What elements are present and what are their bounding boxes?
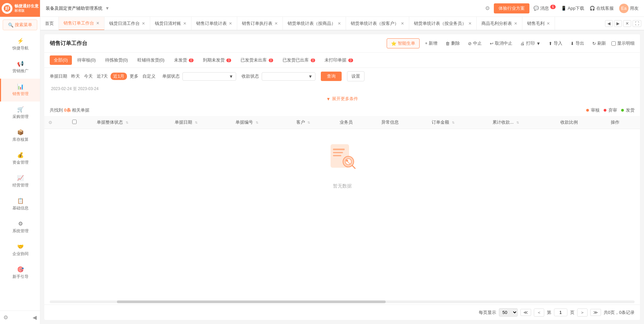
per-page-select[interactable]: 50 20 100 [499,308,518,317]
sidebar-item-finance[interactable]: 💰 资金管理 [0,147,40,170]
query-btn[interactable]: 查询 [321,72,342,81]
filter-status-select[interactable]: ▼ [182,72,236,81]
sort-collected-icon[interactable]: ⇅ [516,121,519,124]
tab-cash-reconcile[interactable]: 钱货日清对账 ✕ [150,17,191,30]
sub-tab-all[interactable]: 全部(0) [50,55,72,65]
message-btn[interactable]: 💬 消息 6 [533,5,556,11]
filter-date-yesterday[interactable]: 昨天 [70,73,81,80]
tab-sales-order-stats[interactable]: 销售订单统计表 ✕ [191,17,237,30]
sub-tab-shipped-out[interactable]: 已发货已出库 0 [278,55,319,65]
select-all-checkbox[interactable] [72,120,77,124]
tab-sales-profit[interactable]: 销售毛利 ✕ [522,17,555,30]
tab-close-cash-daily[interactable]: ✕ [142,21,145,26]
tab-sales-stats-product[interactable]: 销货单统计表（按商品） ✕ [283,17,346,30]
tab-close-sales-profit[interactable]: ✕ [547,21,550,26]
filter-date-7days[interactable]: 近7天 [95,73,109,80]
smart-create-btn[interactable]: ⭐ 智能生单 [387,38,420,48]
settings-btn[interactable]: 设置 [347,71,364,81]
sidebar-item-operation[interactable]: 📈 经营管理 [0,170,40,193]
user-area[interactable]: Ea 用友 [619,4,639,13]
settings-bottom-icon[interactable]: ⚙ [3,314,8,321]
sub-tab-overdue-not-shipped[interactable]: 到期未发货 0 [199,55,235,65]
system-dropdown-icon[interactable]: ▼ [105,6,110,11]
column-settings-icon[interactable]: ⚙ [48,120,52,125]
sub-tab-not-printed[interactable]: 未打印单据 0 [320,55,357,65]
tabs-next-btn[interactable]: ▶ [614,20,622,27]
tab-home[interactable]: 首页 [40,17,59,30]
filter-payment-select[interactable]: ▼ [262,72,315,81]
show-details-checkbox[interactable] [611,41,616,46]
sort-status-icon[interactable]: ⇅ [126,121,128,124]
page-last-btn[interactable]: ≫ [590,309,601,316]
tabs-close-btn[interactable]: ✕ [623,20,631,27]
sort-date-icon[interactable]: ⇅ [195,121,198,124]
filter-date-custom[interactable]: 自定义 [141,73,157,80]
sidebar-item-purchase[interactable]: 🛒 采购管理 [0,102,40,124]
sub-tab-wangpu[interactable]: 旺铺待发货(0) [133,55,169,65]
sidebar-item-marketing[interactable]: 📢 营销推广 [0,56,40,79]
sidebar-item-quick[interactable]: ⚡ 快捷导航 [0,33,40,56]
add-btn[interactable]: + 新增 [422,39,440,48]
print-btn[interactable]: 🖨 打印 ▼ [518,39,543,48]
tab-cash-daily[interactable]: 钱货日清工作台 ✕ [104,17,150,30]
sub-tab-pending-inspect[interactable]: 待拣验货(0) [101,55,132,65]
batch-cancel-btn[interactable]: 弃审 [604,107,617,113]
sort-number-icon[interactable]: ⇅ [256,121,258,124]
online-service-btn[interactable]: 🎧 在线客服 [590,5,614,11]
show-details-checkbox-label[interactable]: 显示明细 [611,40,635,46]
tab-goods-margin[interactable]: 商品毛利分析表 ✕ [477,17,522,30]
filter-expand-btn[interactable]: ▼ 展开更多条件 [326,96,358,102]
tab-close-sales-exec[interactable]: ✕ [274,21,278,26]
tab-close-cash-reconcile[interactable]: ✕ [183,21,186,26]
tab-sales-order-exec[interactable]: 销售订单执行表 ✕ [237,17,283,30]
sort-customer-icon[interactable]: ⇅ [307,121,310,124]
sidebar-item-sales[interactable]: 📊 销售管理 [0,79,40,102]
scroll-thumb[interactable] [117,300,386,303]
batch-deliver-btn[interactable]: 发货 [621,107,635,113]
sub-tab-pending-review[interactable]: 待审核(0) [73,55,100,65]
tab-close-goods-margin[interactable]: ✕ [514,21,517,26]
sidebar-item-basic[interactable]: 📋 基础信息 [0,193,40,216]
collapse-sidebar-icon[interactable]: ◀ [33,314,37,321]
app-download-btn[interactable]: 📱 App下载 [561,5,584,11]
shipped-not-out-badge: 0 [269,58,273,62]
tab-sales-stats-customer[interactable]: 销货单统计表（按客户） ✕ [346,17,409,30]
suspend-btn[interactable]: ⊘ 中止 [465,39,484,48]
batch-review-btn[interactable]: 审核 [586,107,600,113]
sub-tab-shipped-not-out[interactable]: 已发货未出库 0 [237,55,277,65]
export-btn[interactable]: ⬇ 导出 [568,39,587,48]
sort-amount-icon[interactable]: ⇅ [452,121,455,124]
tabs-prev-btn[interactable]: ◀ [605,20,613,27]
page-num-input[interactable] [554,309,567,316]
page-next-btn[interactable]: ＞ [577,309,588,317]
filter-date-more[interactable]: 更多 [128,73,140,80]
import-btn[interactable]: ⬆ 导入 [546,39,565,48]
industry-btn[interactable]: 体验行业方案 [494,3,529,13]
tab-close-sales-stats[interactable]: ✕ [229,21,232,26]
filter-date-1month[interactable]: 近1月 [111,73,127,80]
sidebar-item-guide[interactable]: 🎯 新手引导 [0,261,40,284]
search-menu-button[interactable]: 🔍 搜索菜单 [3,19,37,30]
horizontal-scrollbar[interactable] [50,300,635,303]
refresh-btn[interactable]: ↻ 刷新 [590,39,609,48]
cancel-suspend-btn[interactable]: ↩ 取消中止 [487,39,515,48]
sidebar-bottom: ⚙ ◀ [0,311,40,324]
delete-btn[interactable]: 🗑 删除 [443,39,463,48]
topbar-settings-icon[interactable]: ⚙ [485,5,490,11]
sidebar-item-enterprise[interactable]: 🤝 企业协同 [0,239,40,261]
tab-close-sales-order[interactable]: ✕ [96,21,99,26]
tabs-fullscreen-btn[interactable]: ⛶ [633,20,641,27]
th-settings[interactable]: ⚙ [44,116,68,129]
sidebar-item-system[interactable]: ⚙ 系统管理 [0,216,40,239]
tab-sales-stats-salesperson[interactable]: 销货单统计表（按业务员） ✕ [409,17,477,30]
tab-close-sales-product[interactable]: ✕ [338,21,341,26]
sub-tab-not-shipped[interactable]: 未发货 0 [170,55,198,65]
th-checkbox[interactable] [68,116,93,129]
page-first-btn[interactable]: ≪ [520,309,531,316]
page-prev-btn[interactable]: ＜ [534,309,544,317]
tab-close-sales-customer[interactable]: ✕ [401,21,404,26]
filter-date-today[interactable]: 今天 [83,73,94,80]
sidebar-item-inventory[interactable]: 📦 库存核算 [0,124,40,147]
tab-close-sales-salesperson[interactable]: ✕ [468,21,472,26]
tab-sales-order-workbench[interactable]: 销售订单工作台 ✕ [59,17,104,30]
